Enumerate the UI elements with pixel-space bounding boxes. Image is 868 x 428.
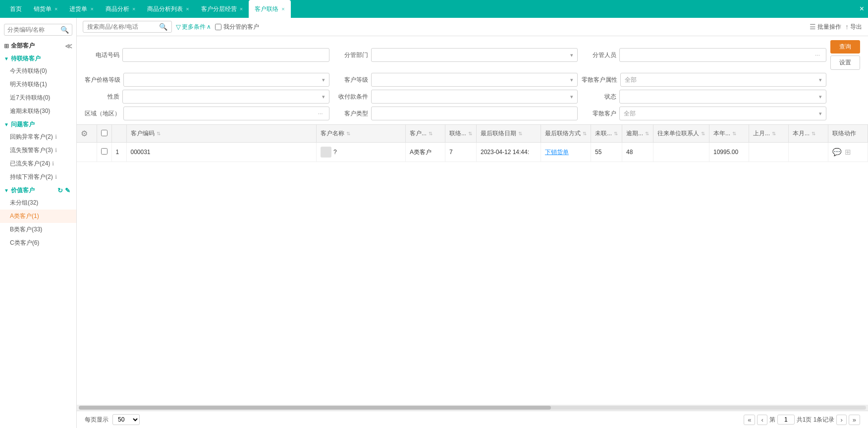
refresh-icon[interactable]: ↻ (57, 187, 63, 194)
select-all-checkbox[interactable] (101, 130, 108, 136)
chat-icon-1[interactable]: 💬 (832, 148, 842, 157)
settings-button[interactable]: 设置 (830, 55, 860, 70)
nav-customer-tier[interactable]: 客户分层经营 × (195, 0, 249, 18)
sort-icon-last-contact-method[interactable]: ⇅ (583, 131, 587, 136)
nav-customer-tier-close[interactable]: × (240, 6, 243, 12)
prev-page-btn[interactable]: ‹ (757, 415, 767, 425)
nav-customer-contact-close[interactable]: × (281, 6, 284, 12)
value-group-actions: ↻ ✎ (54, 187, 72, 194)
nav-goods-analysis-list-close[interactable]: × (186, 6, 189, 12)
sidebar-item-today-contact[interactable]: 今天待联络(0) (0, 64, 76, 78)
first-page-btn[interactable]: « (744, 415, 755, 425)
sidebar-search-container: 🔍 (4, 24, 72, 36)
nav-sales[interactable]: 销货单 × (28, 0, 63, 18)
sort-icon-last-month[interactable]: ⇅ (772, 131, 776, 136)
toolbar-search-icon[interactable]: 🔍 (159, 23, 167, 31)
nav-customer-contact[interactable]: 客户联络 × (249, 0, 290, 18)
sort-icon-name[interactable]: ⇅ (346, 131, 350, 136)
sort-icon-overdue[interactable]: ⇅ (645, 131, 649, 136)
sidebar-item-c-class[interactable]: C类客户(6) (0, 236, 76, 250)
row-checkbox-1[interactable] (101, 148, 108, 155)
customer-avatar-1 (321, 147, 331, 158)
scrollbar-thumb[interactable] (79, 406, 551, 410)
sidebar-fold-button[interactable]: ≪ (65, 42, 72, 50)
toolbar-filter-btn[interactable]: ▽ 更多条件 ∧ (176, 23, 211, 31)
page-input[interactable] (777, 415, 795, 425)
filter-cell-retail-attr: 零散客户属性 全部 ▾ (582, 73, 826, 87)
sidebar-item-7days-contact[interactable]: 近7天待联络(0) (0, 91, 76, 105)
next-page-btn[interactable]: › (836, 415, 846, 425)
nav-home[interactable]: 首页 (4, 0, 28, 18)
filter-select-nature[interactable]: ▾ (122, 90, 329, 104)
sidebar-item-churned[interactable]: 已流失客户(24) ℹ (0, 157, 76, 170)
tomorrow-contact-label: 明天待联络(1) (10, 80, 47, 89)
filter-select-retail-attr[interactable]: 全部 ▾ (620, 73, 826, 87)
sidebar-item-ungrouped[interactable]: 未分组(32) (0, 196, 76, 210)
sidebar-item-repurchase-abnormal[interactable]: 回购异常客户(2) ℹ (0, 130, 76, 144)
filter-input-customer-type[interactable] (371, 107, 578, 120)
filter-select-manager[interactable]: ··· (619, 48, 826, 62)
nav-purchase[interactable]: 进货单 × (63, 0, 99, 18)
nav-goods-analysis-close[interactable]: × (132, 6, 135, 12)
sidebar-item-declining[interactable]: 持续下滑客户(2) ℹ (0, 170, 76, 184)
th-action: 联络动作 (828, 125, 868, 143)
pending-contact-group[interactable]: ▼ 待联络客户 (0, 52, 76, 64)
sidebar-item-b-class[interactable]: B类客户(33) (0, 223, 76, 236)
sidebar-item-churn-warning[interactable]: 流失预警客户(3) ℹ (0, 144, 76, 157)
row-last-contact-method-1[interactable]: 下销货单 (545, 149, 569, 156)
per-page-select[interactable]: 50 100 200 (112, 414, 140, 425)
nav-goods-analysis-list[interactable]: 商品分析列表 × (141, 0, 195, 18)
filter-chevron: ∧ (207, 23, 211, 30)
nav-purchase-close[interactable]: × (90, 6, 93, 12)
sidebar-item-a-class[interactable]: A类客户(1) (0, 210, 76, 223)
query-button[interactable]: 查询 (830, 40, 860, 54)
nav-goods-analysis-list-label: 商品分析列表 (147, 5, 183, 13)
sidebar-item-overdue-contact[interactable]: 逾期未联络(30) (0, 105, 76, 118)
link-icon-1[interactable]: ⊞ (845, 148, 851, 157)
sort-icon-contact-count[interactable]: ⇅ (468, 131, 472, 136)
nav-sales-close[interactable]: × (54, 6, 57, 12)
problem-customers-group[interactable]: ▼ 问题客户 (0, 118, 76, 130)
sort-icon-company-contact[interactable]: ⇅ (701, 131, 705, 136)
sidebar-item-tomorrow-contact[interactable]: 明天待联络(1) (0, 78, 76, 91)
sort-icon-this-month[interactable]: ⇅ (812, 131, 815, 136)
filter-row-3: 性质 ▾ 收付款条件 ▾ 状态 (85, 90, 860, 104)
filter-select-customer-grade[interactable]: ▾ (371, 73, 578, 87)
sidebar-search-icon[interactable]: 🔍 (60, 26, 69, 34)
horizontal-scrollbar[interactable] (77, 405, 868, 411)
my-customers-checkbox-label[interactable]: 我分管的客户 (215, 23, 259, 31)
my-customers-checkbox[interactable] (215, 24, 221, 30)
export-btn[interactable]: ↑ 导出 (845, 23, 862, 31)
edit-icon[interactable]: ✎ (65, 187, 70, 194)
sort-icon-no-contact[interactable]: ⇅ (614, 131, 618, 136)
td-company-contact-1 (653, 143, 709, 162)
th-contact-count: 联络... ⇅ (445, 125, 476, 143)
window-close-button[interactable]: × (860, 4, 864, 13)
filter-input-phone[interactable] (122, 48, 329, 62)
nav-goods-analysis[interactable]: 商品分析 × (100, 0, 141, 18)
sort-icon-this-year[interactable]: ⇅ (732, 131, 736, 136)
filter-label: 更多条件 (182, 23, 206, 31)
row-contact-count-1: 7 (449, 149, 453, 156)
row-name-1[interactable]: ? (333, 149, 337, 156)
last-page-btn[interactable]: » (849, 415, 860, 425)
nav-customer-contact-label: 客户联络 (255, 5, 278, 13)
toolbar-search-input[interactable] (87, 23, 159, 30)
filter-select-payment[interactable]: ▾ (371, 90, 578, 104)
filter-cell-status: 状态 ▾ (582, 90, 826, 104)
filter-select-dept[interactable]: ▾ (371, 48, 578, 62)
filter-select-price-grade[interactable]: ▾ (123, 73, 329, 87)
batch-op-btn[interactable]: ☰ 批量操作 (810, 23, 841, 31)
today-contact-label: 今天待联络(0) (10, 67, 47, 75)
value-customers-group[interactable]: ▼ 价值客户 ↻ ✎ (0, 184, 76, 196)
info-icon-3: ℹ (52, 160, 54, 167)
sort-icon-code[interactable]: ⇅ (157, 131, 161, 136)
sort-icon-type[interactable]: ⇅ (429, 131, 433, 136)
sidebar-search-input[interactable] (7, 26, 60, 33)
filter-select-status[interactable]: ▾ (619, 90, 826, 104)
all-customers-header[interactable]: ⊞ 全部客户 ≪ (0, 40, 76, 52)
sort-icon-last-contact-date[interactable]: ⇅ (518, 131, 522, 136)
filter-select-retail-customer[interactable]: 全部 ▾ (619, 107, 826, 120)
table-settings-gear[interactable]: ⚙ (81, 129, 88, 138)
filter-select-region[interactable]: ··· (123, 107, 329, 120)
